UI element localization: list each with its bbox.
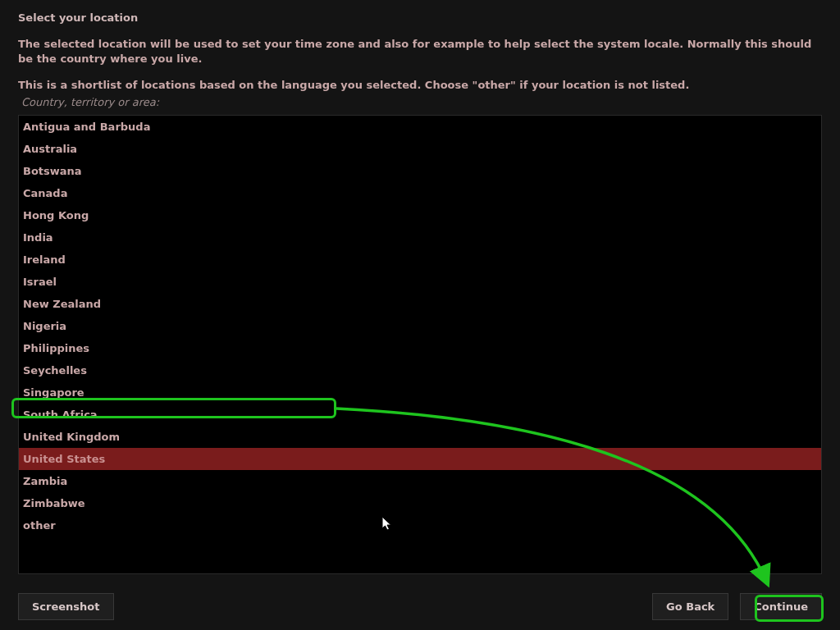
list-item[interactable]: New Zealand — [19, 293, 821, 315]
description-secondary: This is a shortlist of locations based o… — [0, 69, 840, 93]
list-item[interactable]: Philippines — [19, 337, 821, 359]
list-item[interactable]: Seychelles — [19, 359, 821, 381]
continue-button[interactable]: Continue — [740, 593, 822, 620]
list-item[interactable]: Hong Kong — [19, 204, 821, 226]
go-back-button[interactable]: Go Back — [652, 593, 728, 620]
list-item[interactable]: United States — [19, 448, 821, 470]
list-item[interactable]: Singapore — [19, 381, 821, 404]
list-item[interactable]: other — [19, 514, 821, 536]
list-item[interactable]: Israel — [19, 271, 821, 293]
list-label: Country, territory or area: — [0, 93, 840, 110]
description-primary: The selected location will be used to se… — [0, 30, 840, 69]
page-title: Select your location — [18, 11, 822, 24]
list-item[interactable]: Australia — [19, 138, 821, 160]
screenshot-button[interactable]: Screenshot — [18, 593, 114, 620]
list-item[interactable]: Ireland — [19, 249, 821, 271]
list-item[interactable]: Zambia — [19, 470, 821, 492]
footer-bar: Screenshot Go Back Continue — [0, 582, 840, 630]
list-item[interactable]: Zimbabwe — [19, 492, 821, 514]
list-item[interactable]: India — [19, 226, 821, 249]
list-item[interactable]: United Kingdom — [19, 426, 821, 448]
list-item[interactable]: Botswana — [19, 160, 821, 182]
list-item[interactable]: South Africa — [19, 404, 821, 426]
list-item[interactable]: Nigeria — [19, 315, 821, 337]
list-item[interactable]: Antigua and Barbuda — [19, 116, 821, 138]
list-item[interactable]: Canada — [19, 182, 821, 204]
location-listbox[interactable]: Antigua and BarbudaAustraliaBotswanaCana… — [18, 115, 822, 574]
